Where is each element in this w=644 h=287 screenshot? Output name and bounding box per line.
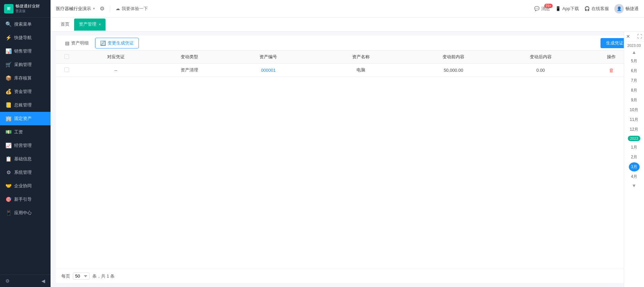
- message-button[interactable]: 💬 消息 99+: [534, 6, 550, 12]
- sidebar-item-ledger[interactable]: 📒 总账管理: [0, 98, 51, 112]
- sidebar-item-label-purchase: 采购管理: [14, 62, 32, 68]
- subtab-bar: ▤ 资产明细 🔄 变更生成凭证 生成凭证 ▼: [56, 36, 639, 51]
- scroll-down-arrow[interactable]: ▼: [631, 182, 638, 190]
- subtab-asset-detail-label: 资产明细: [71, 40, 89, 46]
- col-header-name: 资产名称: [312, 51, 410, 64]
- sidebar-item-apps[interactable]: 📱 应用中心: [0, 206, 51, 220]
- company-selector[interactable]: 医疗器械行业演示 ▾: [56, 6, 95, 12]
- user-menu[interactable]: 👤 畅捷通: [614, 4, 639, 13]
- service-icon: 🎧: [584, 6, 590, 11]
- sidebar-item-system[interactable]: ⚙ 系统管理: [0, 166, 51, 179]
- cell-after: 0.00: [497, 64, 584, 77]
- tab-home[interactable]: 首页: [56, 19, 74, 31]
- sidebar-item-coop[interactable]: 🤝 企业协同: [0, 179, 51, 193]
- sidebar-item-label-apps: 应用中心: [14, 210, 32, 216]
- phone-icon: 📱: [555, 6, 561, 11]
- month-4[interactable]: 4月: [627, 172, 642, 181]
- app-download-button[interactable]: 📱 App下载: [555, 6, 579, 12]
- sidebar-item-label-sales: 销售管理: [14, 48, 32, 54]
- tab-asset[interactable]: 资产管理 ×: [74, 19, 105, 31]
- sidebar-item-quicknav[interactable]: ⚡ 快捷导航: [0, 31, 51, 44]
- topnav-right: 💬 消息 99+ 📱 App下载 🎧 在线客服 👤 畅捷通: [534, 4, 639, 13]
- delete-row-button[interactable]: 🗑: [609, 67, 614, 73]
- tab-asset-label: 资产管理: [79, 21, 96, 27]
- search-icon: 🔍: [5, 21, 11, 27]
- sidebar-item-label-wage: 工资: [14, 129, 23, 135]
- logo-text: 畅捷通好业财: [16, 4, 40, 9]
- table-icon: ▤: [65, 40, 69, 46]
- sidebar-item-wage[interactable]: 💵 工资: [0, 125, 51, 139]
- per-page-label: 每页: [61, 273, 70, 279]
- sidebar-item-purchase[interactable]: 🛒 采购管理: [0, 58, 51, 71]
- customer-service-button[interactable]: 🎧 在线客服: [584, 6, 609, 12]
- apps-icon: 📱: [5, 210, 11, 216]
- month-6[interactable]: 6月: [627, 66, 642, 75]
- month-11[interactable]: 11月: [627, 115, 642, 124]
- voucher-icon: 🔄: [100, 40, 106, 46]
- tabbar: 首页 资产管理 ×: [51, 18, 644, 32]
- month-10[interactable]: 10月: [627, 105, 642, 115]
- cell-code: 000001: [225, 64, 312, 77]
- wage-icon: 💵: [5, 129, 11, 135]
- right-panel-header: ✕ ⛶: [624, 32, 644, 41]
- month-5[interactable]: 5月: [627, 57, 642, 66]
- col-header-type: 变动类型: [154, 51, 225, 64]
- sidebar-item-label-coop: 企业协同: [14, 183, 32, 189]
- service-label: 在线客服: [591, 6, 609, 12]
- content-panel: ▤ 资产明细 🔄 变更生成凭证 生成凭证 ▼: [56, 36, 639, 283]
- sidebar-item-ops[interactable]: 📈 经营管理: [0, 139, 51, 152]
- cloud-icon: ☁: [116, 6, 120, 11]
- table-container: 对应凭证 变动类型 资产编号 资产名称 变动前内容 变动后内容 操作 --: [56, 51, 639, 269]
- month-7[interactable]: 7月: [627, 76, 642, 85]
- sidebar-item-label-asset: 固定资产: [14, 116, 32, 122]
- sidebar-bottom: ⚙ ◀: [0, 275, 51, 287]
- row-checkbox[interactable]: [64, 67, 69, 72]
- month-2[interactable]: 2月: [627, 153, 642, 162]
- select-all-checkbox[interactable]: [64, 54, 69, 59]
- tab-close-icon[interactable]: ×: [99, 22, 101, 26]
- subtab-generate-voucher[interactable]: 🔄 变更生成凭证: [95, 38, 139, 49]
- tab-home-label: 首页: [61, 21, 69, 27]
- collapse-icon[interactable]: ◀: [41, 278, 45, 284]
- settings-bottom-icon[interactable]: ⚙: [5, 278, 10, 284]
- total-label: 条，共 1 条: [92, 273, 115, 279]
- trial-button[interactable]: ☁ 我要体验一下: [116, 6, 148, 12]
- logo-sub: 普及版: [16, 9, 40, 13]
- year-badge[interactable]: 2023: [628, 136, 640, 141]
- cell-voucher: --: [78, 64, 154, 77]
- user-avatar: 👤: [614, 4, 624, 13]
- sidebar-item-basic[interactable]: 📋 基础信息: [0, 152, 51, 166]
- sidebar-item-fund[interactable]: 💰 资金管理: [0, 85, 51, 98]
- right-panel-expand-button[interactable]: ⛶: [637, 34, 642, 39]
- ledger-icon: 📒: [5, 102, 11, 108]
- message-badge: 99+: [544, 4, 553, 8]
- month-9[interactable]: 9月: [627, 96, 642, 105]
- month-3-active[interactable]: 3月: [629, 162, 640, 171]
- main-wrapper: 医疗器械行业演示 ▾ ⚙ ☁ 我要体验一下 💬 消息 99+ 📱 App下载 🎧…: [51, 0, 644, 287]
- flash-icon: ⚡: [5, 35, 11, 41]
- topnav-divider: [110, 5, 110, 12]
- col-header-voucher: 对应凭证: [78, 51, 154, 64]
- generate-btn-label: 生成凭证: [606, 40, 623, 46]
- sidebar-item-asset[interactable]: 🏢 固定资产: [0, 112, 51, 125]
- sidebar-item-label-inventory: 库存核算: [14, 75, 32, 81]
- month-1[interactable]: 1月: [627, 143, 642, 152]
- per-page-select[interactable]: 10 20 50 100: [73, 273, 90, 280]
- sidebar-item-inventory[interactable]: 📦 库存核算: [0, 71, 51, 85]
- cell-name: 电脑: [312, 64, 410, 77]
- month-8[interactable]: 8月: [627, 86, 642, 95]
- guide-icon: 🎯: [5, 196, 11, 202]
- subtab-asset-detail[interactable]: ▤ 资产明细: [60, 38, 94, 49]
- company-name: 医疗器械行业演示: [56, 6, 91, 12]
- col-header-after: 变动后内容: [497, 51, 584, 64]
- sidebar-item-label-ledger: 总账管理: [14, 102, 32, 108]
- sidebar-item-guide[interactable]: 🎯 新手引导: [0, 193, 51, 206]
- message-icon: 💬: [534, 6, 540, 11]
- sidebar-item-sales[interactable]: 📊 销售管理: [0, 44, 51, 58]
- trial-label: 我要体验一下: [122, 6, 148, 12]
- right-panel-close-button[interactable]: ✕: [626, 34, 630, 39]
- topnav-settings-icon[interactable]: ⚙: [100, 5, 104, 12]
- scroll-up-arrow[interactable]: ▲: [631, 48, 638, 56]
- month-12[interactable]: 12月: [627, 125, 642, 134]
- sidebar-item-search[interactable]: 🔍 搜索菜单: [0, 18, 51, 31]
